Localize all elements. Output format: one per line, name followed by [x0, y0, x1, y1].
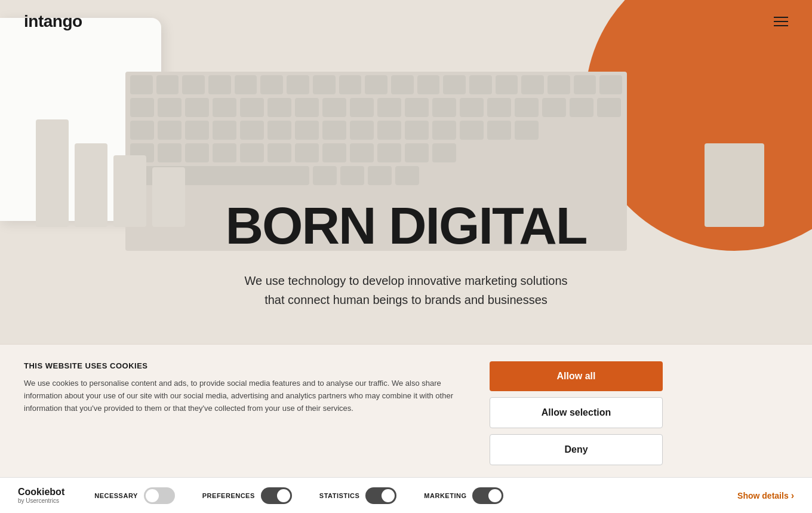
necessary-label: NECESSARY — [94, 492, 138, 499]
hero-subtitle-line1: We use technology to develop innovative … — [244, 274, 567, 287]
necessary-toggle-group: NECESSARY — [94, 487, 175, 504]
marketing-toggle-group: MARKETING — [424, 487, 503, 504]
cookie-text-area: THIS WEBSITE USES COOKIES We use cookies… — [24, 361, 466, 414]
allow-selection-button[interactable]: Allow selection — [490, 397, 663, 428]
cookiebot-logo: Cookiebot by Usercentrics — [18, 487, 64, 504]
hero-subtitle-line2: that connect human beings to brands and … — [264, 293, 548, 306]
hero-title: BORN DIGITAL — [197, 199, 615, 252]
marketing-track — [472, 487, 503, 504]
right-deco-items — [705, 143, 764, 227]
menu-button[interactable] — [774, 17, 788, 26]
hero-subtitle: We use technology to develop innovative … — [197, 271, 615, 309]
marketing-toggle[interactable] — [472, 487, 503, 504]
necessary-toggle[interactable] — [144, 487, 175, 504]
show-details-text: Show details — [737, 491, 789, 500]
cookie-footer-bar: Cookiebot by Usercentrics NECESSARY PREF… — [0, 477, 812, 513]
cookie-banner-body: We use cookies to personalise content an… — [24, 377, 466, 414]
hero-section: BORN DIGITAL We use technology to develo… — [197, 199, 615, 309]
allow-all-button[interactable]: Allow all — [490, 361, 663, 391]
marketing-thumb — [488, 489, 502, 502]
menu-icon-bar1 — [774, 17, 788, 18]
preferences-track — [261, 487, 292, 504]
preferences-thumb — [277, 489, 290, 502]
necessary-track — [144, 487, 175, 504]
statistics-thumb — [382, 489, 395, 502]
deny-button[interactable]: Deny — [490, 434, 663, 465]
statistics-track — [365, 487, 396, 504]
menu-icon-bar2 — [774, 21, 788, 22]
preferences-toggle-group: PREFERENCES — [202, 487, 292, 504]
menu-icon-bar3 — [774, 25, 788, 26]
cookie-banner-title: THIS WEBSITE USES COOKIES — [24, 361, 466, 370]
preferences-toggle[interactable] — [261, 487, 292, 504]
cookiebot-name: Cookiebot — [18, 487, 64, 497]
necessary-thumb — [146, 489, 159, 502]
marketing-label: MARKETING — [424, 492, 466, 499]
show-details-link[interactable]: Show details › — [737, 490, 794, 501]
chevron-right-icon: › — [791, 490, 794, 501]
site-logo: intango — [24, 12, 82, 31]
left-deco-items — [36, 119, 185, 227]
statistics-toggle[interactable] — [365, 487, 396, 504]
preferences-label: PREFERENCES — [202, 492, 255, 499]
cookie-buttons-area: Allow all Allow selection Deny — [490, 361, 663, 465]
cookiebot-sub: by Usercentrics — [18, 497, 64, 504]
cookie-banner: THIS WEBSITE USES COOKIES We use cookies… — [0, 344, 812, 477]
statistics-label: STATISTICS — [319, 492, 360, 499]
site-header: intango — [0, 0, 812, 43]
statistics-toggle-group: STATISTICS — [319, 487, 397, 504]
